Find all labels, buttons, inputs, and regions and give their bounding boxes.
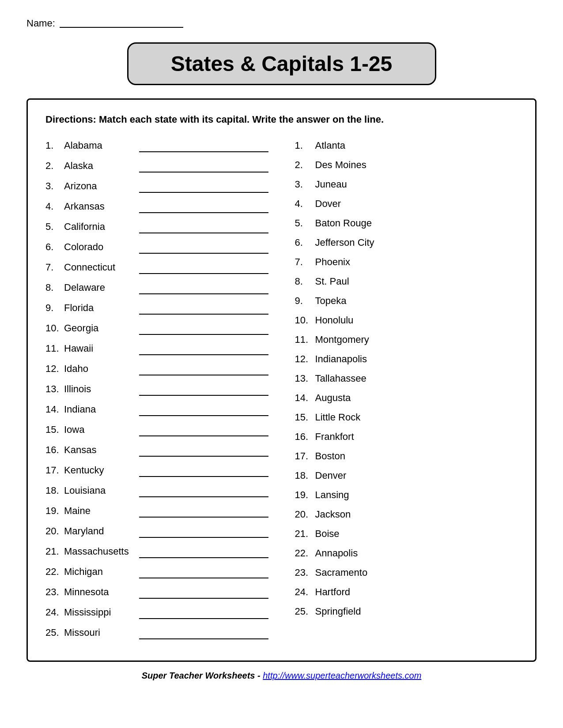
capital-number: 5. xyxy=(295,218,315,229)
capital-name: Annapolis xyxy=(315,548,358,559)
state-name: Arkansas xyxy=(64,201,135,213)
state-number: 19. xyxy=(45,505,64,518)
footer: Super Teacher Worksheets - http://www.su… xyxy=(26,671,537,681)
answer-line[interactable] xyxy=(139,386,268,396)
answer-line[interactable] xyxy=(139,589,268,599)
answer-line[interactable] xyxy=(139,325,268,335)
answer-line[interactable] xyxy=(139,244,268,254)
answer-line[interactable] xyxy=(139,406,268,416)
state-number: 20. xyxy=(45,525,64,538)
capital-name: Denver xyxy=(315,470,347,481)
state-number: 10. xyxy=(45,323,64,335)
state-name: Indiana xyxy=(64,404,135,416)
answer-line[interactable] xyxy=(139,183,268,193)
capital-name: Baton Rouge xyxy=(315,218,372,229)
name-field: Name: xyxy=(26,18,537,29)
state-name: Massachusetts xyxy=(64,546,135,558)
answer-line[interactable] xyxy=(139,345,268,355)
footer-link[interactable]: http://www.superteacherworksheets.com xyxy=(263,671,421,680)
list-item: 22. Michigan xyxy=(45,566,268,578)
state-number: 25. xyxy=(45,627,64,639)
answer-line[interactable] xyxy=(139,264,268,274)
list-item: 6. Colorado xyxy=(45,241,268,254)
directions-text: Directions: Match each state with its ca… xyxy=(45,113,518,127)
capital-item: 17. Boston xyxy=(295,450,518,462)
state-name: Louisiana xyxy=(64,485,135,497)
state-number: 2. xyxy=(45,160,64,173)
capital-name: Jefferson City xyxy=(315,237,374,248)
capital-item: 14. Augusta xyxy=(295,392,518,404)
answer-line[interactable] xyxy=(139,548,268,558)
capital-name: Augusta xyxy=(315,392,351,404)
state-number: 1. xyxy=(45,140,64,152)
answer-line[interactable] xyxy=(139,447,268,457)
state-name: Kansas xyxy=(64,444,135,457)
answer-line[interactable] xyxy=(139,488,268,497)
answer-line[interactable] xyxy=(139,366,268,375)
capital-name: Little Rock xyxy=(315,412,361,423)
answer-line[interactable] xyxy=(139,224,268,233)
answer-line[interactable] xyxy=(139,427,268,436)
list-item: 19. Maine xyxy=(45,505,268,518)
list-item: 16. Kansas xyxy=(45,444,268,457)
capital-name: St. Paul xyxy=(315,276,349,287)
capital-item: 25. Springfield xyxy=(295,606,518,617)
capital-number: 8. xyxy=(295,276,315,287)
name-underline[interactable] xyxy=(60,19,183,28)
list-item: 4. Arkansas xyxy=(45,201,268,213)
answer-line[interactable] xyxy=(139,285,268,294)
state-number: 23. xyxy=(45,586,64,599)
capital-item: 15. Little Rock xyxy=(295,412,518,423)
capital-name: Dover xyxy=(315,198,341,210)
capital-name: Des Moines xyxy=(315,159,367,171)
capitals-column: 1. Atlanta 2. Des Moines 3. Juneau 4. Do… xyxy=(277,140,518,647)
state-name: Colorado xyxy=(64,241,135,254)
capital-number: 2. xyxy=(295,159,315,171)
list-item: 17. Kentucky xyxy=(45,465,268,477)
capital-name: Juneau xyxy=(315,179,347,190)
capital-number: 10. xyxy=(295,315,315,326)
answer-line[interactable] xyxy=(139,467,268,477)
capital-item: 5. Baton Rouge xyxy=(295,218,518,229)
capital-name: Boise xyxy=(315,528,340,540)
answer-line[interactable] xyxy=(139,609,268,619)
answer-line[interactable] xyxy=(139,305,268,315)
list-item: 25. Missouri xyxy=(45,627,268,639)
state-number: 3. xyxy=(45,180,64,193)
state-name: Alabama xyxy=(64,140,135,152)
list-item: 13. Illinois xyxy=(45,383,268,396)
answer-line[interactable] xyxy=(139,630,268,639)
state-name: Maryland xyxy=(64,525,135,538)
state-number: 12. xyxy=(45,363,64,375)
capital-item: 4. Dover xyxy=(295,198,518,210)
state-number: 8. xyxy=(45,282,64,294)
capital-name: Topeka xyxy=(315,295,347,307)
list-item: 11. Hawaii xyxy=(45,343,268,355)
capital-item: 7. Phoenix xyxy=(295,256,518,268)
state-name: Connecticut xyxy=(64,262,135,274)
answer-line[interactable] xyxy=(139,508,268,518)
state-number: 5. xyxy=(45,221,64,233)
capital-item: 22. Annapolis xyxy=(295,548,518,559)
answer-line[interactable] xyxy=(139,528,268,538)
answer-line[interactable] xyxy=(139,143,268,152)
capital-number: 16. xyxy=(295,431,315,443)
capital-item: 3. Juneau xyxy=(295,179,518,190)
answer-line[interactable] xyxy=(139,569,268,578)
capital-number: 23. xyxy=(295,567,315,578)
capital-name: Lansing xyxy=(315,489,349,501)
list-item: 1. Alabama xyxy=(45,140,268,152)
capital-name: Honolulu xyxy=(315,315,354,326)
state-name: Delaware xyxy=(64,282,135,294)
answer-line[interactable] xyxy=(139,203,268,213)
capital-item: 24. Hartford xyxy=(295,586,518,598)
state-name: Florida xyxy=(64,302,135,315)
list-item: 2. Alaska xyxy=(45,160,268,173)
capital-number: 1. xyxy=(295,140,315,151)
answer-line[interactable] xyxy=(139,163,268,173)
capital-item: 13. Tallahassee xyxy=(295,373,518,384)
list-item: 23. Minnesota xyxy=(45,586,268,599)
capital-number: 3. xyxy=(295,179,315,190)
capital-number: 19. xyxy=(295,489,315,501)
capital-item: 10. Honolulu xyxy=(295,315,518,326)
